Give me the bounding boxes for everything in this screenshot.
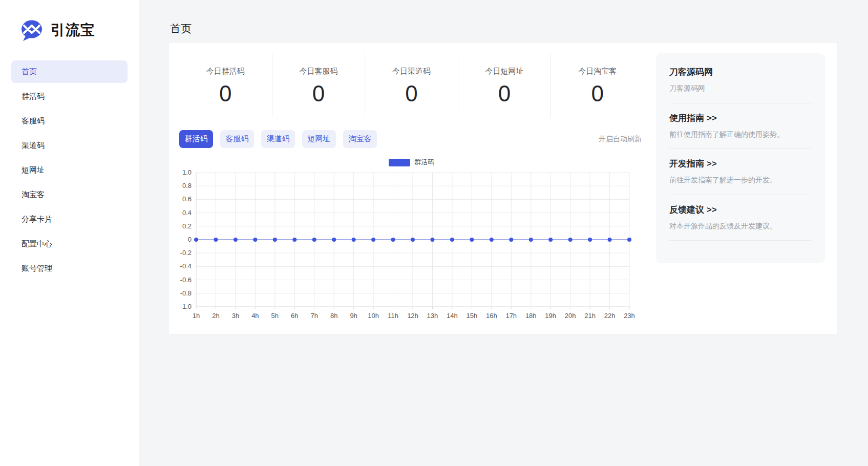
sidebar-item-2[interactable]: 客服码 [11, 110, 128, 132]
svg-text:0.8: 0.8 [182, 182, 192, 189]
svg-text:2h: 2h [212, 312, 219, 320]
tab-1[interactable]: 客服码 [220, 130, 254, 148]
stat-card-4: 今日淘宝客0 [551, 53, 644, 118]
stat-card-1: 今日客服码0 [272, 53, 366, 118]
svg-text:3h: 3h [232, 312, 239, 320]
chart-tabs: 群活码客服码渠道码短网址淘宝客 [179, 130, 384, 148]
auto-refresh-toggle[interactable]: 开启自动刷新 [599, 135, 642, 144]
svg-text:8h: 8h [330, 312, 337, 320]
tab-4[interactable]: 淘宝客 [343, 130, 377, 148]
svg-text:19h: 19h [545, 312, 556, 320]
stat-label: 今日渠道码 [392, 67, 431, 76]
svg-text:17h: 17h [505, 312, 517, 320]
info-section-desc: 刀客源码网 [669, 83, 812, 94]
sidebar-item-1[interactable]: 群活码 [11, 85, 128, 108]
info-section-desc: 前往使用指南了解正确的使用姿势。 [669, 130, 812, 140]
tab-2[interactable]: 渠道码 [261, 130, 295, 148]
svg-text:10h: 10h [368, 312, 379, 320]
svg-text:-1.0: -1.0 [180, 303, 192, 310]
stat-card-0: 今日群活码0 [179, 53, 272, 118]
svg-text:0.2: 0.2 [182, 222, 192, 230]
info-panel: 刀客源码网刀客源码网使用指南 >>前往使用指南了解正确的使用姿势。开发指南 >>… [656, 53, 825, 263]
stat-card-2: 今日渠道码0 [365, 53, 458, 118]
info-section-2: 开发指南 >>前往开发指南了解进一步的开发。 [669, 149, 812, 195]
stats-row: 今日群活码0今日客服码0今日渠道码0今日短网址0今日淘宝客0 [179, 53, 644, 118]
stat-label: 今日群活码 [206, 67, 245, 76]
svg-text:9h: 9h [350, 312, 357, 320]
svg-text:0: 0 [188, 236, 192, 243]
info-section-title[interactable]: 使用指南 >> [669, 112, 812, 124]
svg-text:12h: 12h [407, 312, 418, 320]
info-section-title[interactable]: 刀客源码网 [669, 66, 812, 78]
page-title: 首页 [170, 22, 837, 36]
svg-text:-0.4: -0.4 [180, 262, 192, 270]
stat-value: 0 [591, 82, 603, 105]
sidebar-item-3[interactable]: 渠道码 [11, 134, 128, 157]
legend-marker [389, 159, 410, 166]
sidebar-item-0[interactable]: 首页 [11, 60, 128, 83]
svg-text:13h: 13h [427, 312, 438, 320]
svg-text:0.4: 0.4 [182, 209, 192, 217]
sidebar-nav: 首页群活码客服码渠道码短网址淘宝客分享卡片配置中心账号管理 [0, 60, 139, 280]
sidebar-item-4[interactable]: 短网址 [11, 159, 128, 181]
sidebar-item-7[interactable]: 配置中心 [11, 232, 128, 255]
sidebar-item-6[interactable]: 分享卡片 [11, 208, 128, 230]
stat-value: 0 [498, 82, 511, 105]
svg-text:-0.6: -0.6 [180, 276, 192, 284]
svg-text:1.0: 1.0 [182, 168, 192, 176]
dashboard-card: 今日群活码0今日客服码0今日渠道码0今日短网址0今日淘宝客0 群活码客服码渠道码… [169, 43, 837, 334]
svg-text:22h: 22h [604, 312, 616, 320]
svg-text:15h: 15h [467, 312, 478, 320]
stat-label: 今日短网址 [485, 67, 524, 76]
info-section-0: 刀客源码网刀客源码网 [669, 57, 812, 103]
legend-label: 群活码 [415, 158, 435, 167]
info-section-desc: 对本开源作品的反馈及开发建议。 [669, 221, 812, 231]
svg-text:0.6: 0.6 [182, 195, 192, 203]
svg-text:21h: 21h [584, 312, 596, 320]
stat-card-3: 今日短网址0 [458, 53, 552, 118]
sidebar: 引流宝 首页群活码客服码渠道码短网址淘宝客分享卡片配置中心账号管理 [0, 0, 139, 466]
chart-area: 群活码 1.00.80.60.40.20-0.2-0.4-0.6-0.8-1.0… [179, 158, 644, 322]
svg-text:-0.8: -0.8 [180, 289, 192, 297]
logo: 引流宝 [0, 0, 139, 42]
info-section-3: 反馈建议 >>对本开源作品的反馈及开发建议。 [669, 195, 812, 241]
chart-legend[interactable]: 群活码 [179, 158, 644, 166]
stat-value: 0 [405, 82, 417, 105]
svg-text:7h: 7h [310, 312, 317, 320]
left-column: 今日群活码0今日客服码0今日渠道码0今日短网址0今日淘宝客0 群活码客服码渠道码… [179, 53, 644, 322]
sidebar-item-5[interactable]: 淘宝客 [11, 183, 128, 206]
svg-text:1h: 1h [193, 312, 200, 320]
svg-text:11h: 11h [388, 312, 398, 320]
stat-label: 今日客服码 [299, 67, 337, 76]
svg-text:23h: 23h [624, 312, 635, 320]
svg-text:14h: 14h [447, 312, 458, 320]
svg-text:4h: 4h [251, 312, 259, 320]
svg-text:20h: 20h [565, 312, 576, 320]
svg-text:5h: 5h [271, 312, 279, 320]
svg-text:18h: 18h [525, 312, 537, 320]
line-chart: 1.00.80.60.40.20-0.2-0.4-0.6-0.8-1.01h2h… [179, 168, 644, 322]
tab-3[interactable]: 短网址 [302, 130, 336, 148]
app-logo-icon [19, 18, 44, 42]
stat-value: 0 [219, 82, 231, 105]
info-section-1: 使用指南 >>前往使用指南了解正确的使用姿势。 [669, 103, 812, 150]
main-content: 首页 今日群活码0今日客服码0今日渠道码0今日短网址0今日淘宝客0 群活码客服码… [139, 0, 868, 466]
svg-text:-0.2: -0.2 [180, 249, 192, 257]
info-section-title[interactable]: 开发指南 >> [669, 158, 812, 170]
sidebar-item-8[interactable]: 账号管理 [11, 257, 128, 280]
app-title: 引流宝 [51, 20, 95, 40]
stat-value: 0 [312, 82, 325, 105]
tab-0[interactable]: 群活码 [179, 130, 213, 148]
stat-label: 今日淘宝客 [578, 67, 617, 76]
info-section-title[interactable]: 反馈建议 >> [669, 204, 812, 216]
svg-text:6h: 6h [291, 312, 298, 320]
tabs-row: 群活码客服码渠道码短网址淘宝客 开启自动刷新 [179, 130, 644, 148]
svg-text:16h: 16h [486, 312, 497, 320]
info-section-desc: 前往开发指南了解进一步的开发。 [669, 175, 812, 185]
